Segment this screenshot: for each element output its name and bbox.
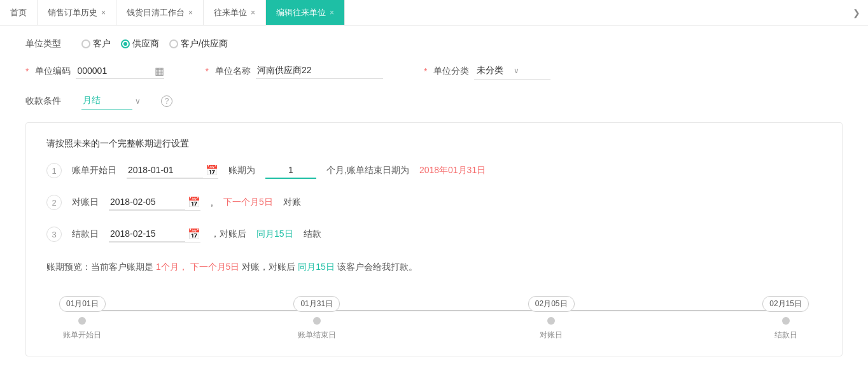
step-3-date-field: 📅: [109, 226, 200, 243]
step-1-num: 1: [46, 163, 62, 178]
tab-cash-work-close[interactable]: ×: [188, 8, 193, 17]
unit-code-field: ▦: [76, 63, 164, 79]
unit-type-label: 单位类型: [25, 38, 61, 50]
timeline-point-2: 01月31日 账单结束日: [293, 296, 340, 341]
payment-terms-select[interactable]: 月结 ∨: [81, 92, 141, 109]
tab-sales-order[interactable]: 销售订单历史 ×: [38, 0, 116, 25]
radio-customer-label: 客户: [93, 38, 111, 50]
settings-panel: 请按照未来的一个完整帐期进行设置 1 账单开始日 📅 账期为 个月,账单结束日期…: [25, 122, 843, 356]
step-2-prefix: ,: [211, 197, 213, 208]
timeline-dot-2: [313, 317, 321, 325]
radio-both-circle: [169, 39, 178, 48]
step-1-calendar-icon[interactable]: 📅: [206, 164, 218, 176]
timeline-label-3: 对账日: [540, 330, 563, 341]
step-2-suffix: 对账: [283, 197, 301, 208]
preview-part2: 下一个月5日: [190, 262, 240, 272]
main-content: 单位类型 客户 供应商 客户/供应商 * 单位编码 ▦: [0, 25, 868, 387]
step-1-end-date: 2018年01月31日: [419, 165, 486, 176]
unit-classify-arrow: ∨: [514, 66, 548, 75]
unit-type-radio-group: 客户 供应商 客户/供应商: [81, 38, 228, 50]
step-2-calendar-icon[interactable]: 📅: [188, 196, 200, 208]
tab-sales-order-close[interactable]: ×: [101, 8, 106, 17]
unit-classify-star: *: [424, 66, 427, 76]
step-1-period-suffix: 个月,账单结束日期为: [326, 165, 409, 176]
tab-more-icon: ❯: [853, 8, 860, 18]
step-1-row: 1 账单开始日 📅 账期为 个月,账单结束日期为 2018年01月31日: [46, 162, 822, 179]
tab-cash-work-label: 钱货日清工作台: [127, 7, 185, 18]
timeline-badge-2: 01月31日: [293, 296, 340, 312]
unit-classify-label: 单位分类: [433, 66, 469, 77]
unit-code-icon[interactable]: ▦: [155, 65, 164, 77]
unit-classify-value: 未分类: [477, 65, 511, 76]
step-1-period-input[interactable]: [265, 162, 316, 179]
radio-customer-circle: [81, 39, 90, 48]
timeline-dot-4: [782, 317, 790, 325]
payment-terms-arrow: ∨: [135, 97, 141, 106]
tab-partner-unit-close[interactable]: ×: [251, 8, 255, 17]
step-2-highlight: 下一个月5日: [223, 197, 273, 208]
timeline-label-1: 账单开始日: [63, 330, 101, 341]
timeline-badge-4: 02月15日: [762, 296, 809, 312]
step-3-label: 结款日: [72, 229, 99, 240]
tab-edit-partner[interactable]: 编辑往来单位 ×: [266, 0, 345, 25]
radio-supplier[interactable]: 供应商: [121, 38, 159, 50]
timeline-point-4: 02月15日 结款日: [762, 296, 809, 341]
unit-code-label: 单位编码: [35, 66, 71, 77]
payment-terms-value: 月结: [81, 92, 132, 109]
preview-part3: 对账，对账后: [242, 262, 298, 272]
timeline-dot-3: [547, 317, 555, 325]
timeline-label-4: 结款日: [774, 330, 797, 341]
timeline-badge-1: 01月01日: [59, 296, 106, 312]
step-1-label: 账单开始日: [72, 165, 116, 176]
tab-edit-partner-close[interactable]: ×: [330, 8, 334, 17]
tab-partner-unit[interactable]: 往来单位 ×: [204, 0, 266, 25]
tabs-bar: 首页 销售订单历史 × 钱货日清工作台 × 往来单位 × 编辑往来单位 × ❯: [0, 0, 868, 25]
unit-code-star: *: [25, 66, 29, 76]
tab-home-label: 首页: [10, 7, 27, 18]
timeline-dot-1: [78, 317, 86, 325]
step-2-label: 对账日: [72, 197, 99, 208]
step-2-date-input[interactable]: [109, 194, 185, 210]
tab-sales-order-label: 销售订单历史: [48, 7, 97, 18]
step-3-row: 3 结款日 📅 ，对账后 同月15日 结款: [46, 226, 822, 243]
step-2-date-field: 📅: [109, 194, 200, 211]
panel-title: 请按照未来的一个完整帐期进行设置: [46, 138, 822, 150]
step-3-date-input[interactable]: [109, 226, 185, 242]
tab-more-button[interactable]: ❯: [845, 0, 868, 25]
radio-both-label: 客户/供应商: [181, 38, 228, 50]
radio-supplier-label: 供应商: [132, 38, 159, 50]
step-3-prefix: ，对账后: [211, 229, 246, 240]
timeline: 01月01日 账单开始日 01月31日 账单结束日 02月05日: [46, 296, 822, 341]
step-3-num: 3: [46, 227, 62, 242]
step-1-date-field: 📅: [127, 162, 218, 179]
radio-both[interactable]: 客户/供应商: [169, 38, 228, 50]
unit-type-row: 单位类型 客户 供应商 客户/供应商: [25, 38, 843, 50]
payment-terms-row: 收款条件 月结 ∨ ?: [25, 92, 843, 109]
unit-info-row: * 单位编码 ▦ * 单位名称 * 单位分类 未分类 ∨: [25, 62, 843, 80]
step-2-num: 2: [46, 195, 62, 210]
timeline-point-1: 01月01日 账单开始日: [59, 296, 106, 341]
payment-terms-label: 收款条件: [25, 95, 61, 107]
step-3-highlight: 同月15日: [256, 229, 293, 240]
tab-cash-work[interactable]: 钱货日清工作台 ×: [116, 0, 204, 25]
tab-partner-unit-label: 往来单位: [214, 7, 247, 18]
timeline-label-2: 账单结束日: [298, 330, 336, 341]
step-3-calendar-icon[interactable]: 📅: [188, 228, 200, 240]
step-1-date-input[interactable]: [127, 162, 203, 178]
unit-name-input[interactable]: [256, 63, 383, 79]
step-3-suffix: 结款: [304, 229, 321, 240]
preview-text: 账期预览：当前客户账期是 1个月， 下一个月5日 对账，对账后 同月15日 该客…: [46, 258, 822, 276]
unit-code-input[interactable]: [76, 63, 152, 78]
payment-terms-help[interactable]: ?: [161, 95, 172, 107]
step-2-row: 2 对账日 📅 , 下一个月5日 对账: [46, 194, 822, 211]
unit-classify-select[interactable]: 未分类 ∨: [474, 62, 550, 80]
preview-part1: 1个月，: [156, 262, 188, 272]
tab-edit-partner-label: 编辑往来单位: [276, 7, 326, 18]
tab-home[interactable]: 首页: [0, 0, 38, 25]
timeline-points: 01月01日 账单开始日 01月31日 账单结束日 02月05日: [59, 296, 809, 341]
unit-name-star: *: [205, 66, 208, 76]
preview-part4: 同月15日: [298, 262, 335, 272]
radio-supplier-circle: [121, 39, 130, 48]
radio-customer[interactable]: 客户: [81, 38, 111, 50]
preview-label: 账期预览：当前客户账期是: [46, 262, 153, 272]
